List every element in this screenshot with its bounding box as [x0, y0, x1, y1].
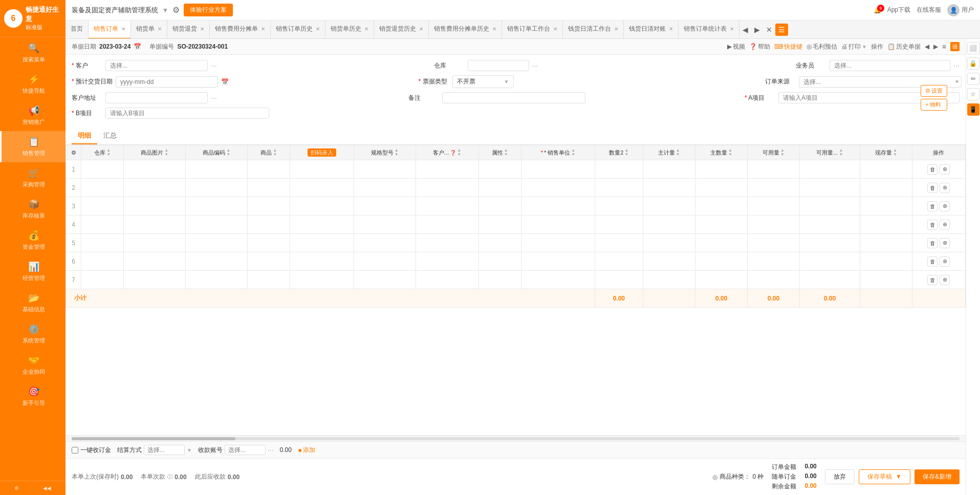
row-copy-btn[interactable]: ⊕	[940, 256, 950, 267]
quick-settle-checkbox[interactable]	[72, 447, 78, 454]
history-action[interactable]: 📋 历史单据	[887, 42, 921, 51]
tab-order-summary[interactable]: 销售订单统计表 ✕	[679, 20, 739, 39]
sidebar-item-sales[interactable]: 📋 销售管理	[0, 131, 66, 162]
tab-close-sales-history[interactable]: ✕	[316, 26, 320, 32]
sidebar-item-inventory[interactable]: 📦 库存核算	[0, 193, 66, 225]
bell-notification[interactable]: 🔔 9	[874, 7, 881, 14]
row-copy-btn[interactable]: ⊕	[940, 238, 950, 248]
customer-more-btn[interactable]: ···	[211, 61, 217, 70]
b-project-input[interactable]	[105, 107, 269, 119]
tab-fee-history[interactable]: 销售费用分摊单历史 ✕	[429, 20, 502, 39]
row-delete-btn[interactable]: 🗑	[927, 256, 938, 267]
tab-return[interactable]: 销货退货 ✕	[167, 20, 210, 39]
tab-close-daily-workbench[interactable]: ✕	[614, 26, 618, 32]
sidebar-item-search[interactable]: 🔍 搜索菜单	[0, 37, 66, 69]
salesperson-more-btn[interactable]: ···	[953, 61, 960, 70]
app-download-link[interactable]: App下载	[887, 6, 910, 14]
tab-home[interactable]: 首页	[66, 20, 89, 39]
tab-close-daily-reconcile[interactable]: ✕	[669, 26, 673, 32]
tab-order-workbench[interactable]: 销售订单工作台 ✕	[502, 20, 563, 39]
tab-sales-fee[interactable]: 销售费用分摊单 ✕	[210, 20, 271, 39]
calendar-icon[interactable]: 📅	[134, 43, 141, 50]
row-delete-btn[interactable]: 🗑	[927, 275, 938, 285]
row-copy-btn[interactable]: ⊕	[940, 183, 950, 193]
online-service-link[interactable]: 在线客服	[917, 6, 941, 14]
sidebar-item-purchase[interactable]: 🛒 采购管理	[0, 162, 66, 193]
tab-close-invoice-history[interactable]: ✕	[364, 26, 368, 32]
remark-input[interactable]	[442, 92, 585, 103]
row-copy-btn[interactable]: ⊕	[940, 220, 950, 230]
add-payment-btn[interactable]: ● 添加	[298, 446, 315, 455]
bank-account-more-btn[interactable]: ···	[268, 446, 274, 454]
add-material-button[interactable]: + 物料	[921, 99, 947, 111]
sidebar-item-quick-nav[interactable]: ⚡ 快捷导航	[0, 69, 66, 100]
tab-daily-workbench[interactable]: 钱货日清工作台 ✕	[563, 20, 624, 39]
tab-scroll-right[interactable]: ▶	[751, 26, 763, 34]
row-delete-btn[interactable]: 🗑	[927, 164, 938, 175]
payment-dropdown-icon[interactable]: ▼	[187, 447, 192, 453]
save-draft-dropdown-icon[interactable]: ▼	[896, 473, 902, 480]
customer-addr-input[interactable]	[105, 92, 208, 103]
warehouse-more-btn[interactable]: ···	[532, 61, 538, 70]
salesperson-input[interactable]	[830, 60, 950, 71]
tab-invoice-history[interactable]: 销货单历史 ✕	[325, 20, 374, 39]
discard-button[interactable]: 放弃	[825, 469, 855, 484]
sidebar-item-guide[interactable]: 🎯 新手引导	[0, 381, 66, 412]
setup-button[interactable]: ⚙ 设置	[921, 85, 947, 97]
system-name-dropdown-icon[interactable]: ▼	[162, 7, 168, 14]
save-new-button[interactable]: 保存&新增	[914, 469, 960, 484]
table-scrollbar[interactable]	[66, 435, 966, 441]
sidebar-item-marketing[interactable]: 📢 营销推广	[0, 100, 66, 131]
next-nav-icon[interactable]: ▶	[933, 43, 938, 50]
tab-close-return-history[interactable]: ✕	[419, 26, 423, 32]
ticket-type-select[interactable]: 不开票 ▼	[452, 75, 514, 88]
row-copy-btn[interactable]: ⊕	[940, 275, 950, 285]
rs-btn-5[interactable]: 📱	[967, 103, 979, 116]
rs-btn-3[interactable]: ✏	[967, 73, 979, 85]
tab-close-invoice[interactable]: ✕	[158, 26, 162, 32]
warehouse-input[interactable]: 成品库	[468, 60, 529, 71]
operation-action[interactable]: 操作	[871, 42, 883, 51]
payment-method-input[interactable]	[144, 445, 185, 455]
solution-button[interactable]: 体验行业方案	[184, 4, 233, 16]
list-view-icon[interactable]: ≡	[942, 42, 946, 51]
bank-account-input[interactable]	[225, 445, 266, 455]
sidebar-collapse-btn[interactable]: ◀◀	[43, 485, 51, 491]
view-action[interactable]: ▶ 视频	[727, 42, 745, 51]
row-copy-btn[interactable]: ⊕	[940, 201, 950, 211]
th-scan[interactable]: 扫码录入	[290, 145, 354, 160]
customer-input[interactable]	[105, 60, 208, 71]
tab-summary[interactable]: 汇总	[97, 128, 123, 144]
tab-close-order-summary[interactable]: ✕	[730, 26, 734, 32]
sidebar-item-system[interactable]: ⚙️ 系统管理	[0, 318, 66, 350]
tab-detail[interactable]: 明细	[72, 128, 97, 144]
tab-more[interactable]: ☰	[775, 24, 788, 36]
sidebar-item-finance[interactable]: 💰 资金管理	[0, 225, 66, 256]
tab-sales-order[interactable]: 销售订单 ✕	[89, 20, 131, 39]
user-menu[interactable]: 👤 用户	[947, 4, 974, 16]
tab-close-fee-history[interactable]: ✕	[492, 26, 496, 32]
row-delete-btn[interactable]: 🗑	[927, 238, 938, 248]
date-picker-icon[interactable]: 📅	[221, 78, 229, 85]
tab-close-sales-order[interactable]: ✕	[121, 26, 125, 32]
sidebar-item-operations[interactable]: 📊 经营管理	[0, 256, 66, 287]
customer-addr-more-btn[interactable]: ···	[211, 94, 217, 102]
row-delete-btn[interactable]: 🗑	[927, 220, 938, 230]
tab-close-all[interactable]: ✕	[763, 26, 775, 34]
tab-return-history[interactable]: 销货退货历史 ✕	[374, 20, 429, 39]
sidebar-item-cooperation[interactable]: 🤝 企业协同	[0, 350, 66, 381]
row-copy-btn[interactable]: ⊕	[940, 164, 950, 175]
tab-invoice[interactable]: 销货单 ✕	[131, 20, 167, 39]
rs-btn-1[interactable]: ⬜	[967, 42, 979, 54]
profit-action[interactable]: ◎ 毛利预估	[807, 42, 837, 51]
help-action[interactable]: ❓ 帮助	[749, 42, 770, 51]
prev-nav-icon[interactable]: ◀	[925, 43, 929, 50]
shortcut-action[interactable]: ⌨ 快捷键	[774, 42, 802, 51]
tab-daily-reconcile[interactable]: 钱货日清对账 ✕	[624, 20, 679, 39]
tab-close-return[interactable]: ✕	[200, 26, 204, 32]
save-draft-button[interactable]: 保存草稿 ▼	[859, 469, 910, 484]
rs-btn-4[interactable]: ☆	[967, 88, 979, 100]
th-settings[interactable]: ⚙	[66, 145, 81, 160]
sidebar-settings-btn[interactable]: ⚙	[14, 485, 19, 491]
tab-scroll-left[interactable]: ◀	[739, 26, 751, 34]
